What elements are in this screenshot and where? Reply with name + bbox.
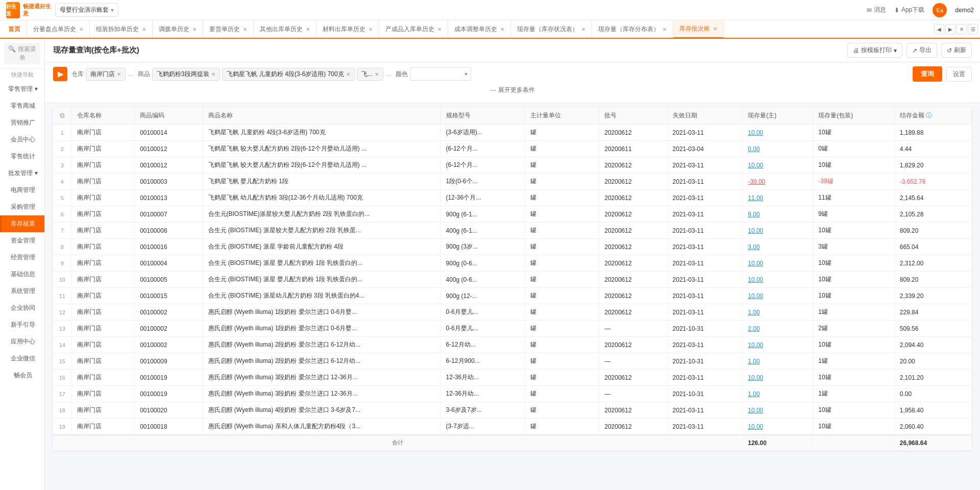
app-download-button[interactable]: ⬇ App下载 <box>894 6 924 14</box>
row-qty-main[interactable]: 3.00 <box>743 239 813 255</box>
close-icon[interactable]: ✕ <box>663 27 667 32</box>
tab-diaobo[interactable]: 调拨单历史 ✕ <box>153 20 203 38</box>
template-print-button[interactable]: 🖨 按模板打印 ▾ <box>847 43 902 58</box>
close-icon[interactable]: ✕ <box>306 27 310 32</box>
row-code: 00100016 <box>135 239 203 255</box>
col-setting[interactable]: ⚙ <box>53 107 71 125</box>
row-qty-main[interactable]: 10.00 <box>743 223 813 239</box>
sidebar-item-inventory[interactable]: 库存核算 <box>0 215 44 232</box>
row-spec: 12-36月幼... <box>440 370 525 386</box>
tab-chenben[interactable]: 成本调整单历史 ✕ <box>448 20 511 38</box>
gear-icon[interactable]: ⚙ <box>59 112 65 119</box>
remove-product1-icon[interactable]: ✕ <box>211 71 215 77</box>
close-icon[interactable]: ✕ <box>192 27 197 32</box>
row-qty-main[interactable]: 10.00 <box>743 125 813 141</box>
row-qty-main[interactable]: 11.00 <box>743 190 813 206</box>
sidebar-item-marketing[interactable]: 营销推广 <box>0 114 44 131</box>
refresh-button[interactable]: ↺ 刷新 <box>941 43 972 58</box>
row-qty-main[interactable]: 10.00 <box>743 157 813 174</box>
sidebar-item-purchase[interactable]: 采购管理 <box>0 199 44 215</box>
tab-xiancunzhuang[interactable]: 现存量（库存状况表） ✕ <box>511 20 592 38</box>
row-qty-main[interactable]: 1.00 <box>743 304 813 321</box>
tab-qitachu[interactable]: 其他出库单历史 ✕ <box>254 20 316 38</box>
export-button[interactable]: ↗ 导出 <box>906 43 937 58</box>
product-tag-2[interactable]: 飞鹤星飞帆 儿童奶粉 4段(3-6岁适用) 700克 ✕ <box>222 68 355 81</box>
sidebar-item-retail-stat[interactable]: 零售统计 <box>0 148 44 165</box>
remove-product2-icon[interactable]: ✕ <box>346 71 350 77</box>
message-button[interactable]: ✉ 消息 <box>867 6 886 14</box>
remove-product-more-icon[interactable]: ✕ <box>375 71 379 77</box>
close-icon[interactable]: ✕ <box>581 27 585 32</box>
row-qty-main[interactable]: 9.00 <box>743 206 813 223</box>
tab-next-button[interactable]: ▶ <box>945 24 955 34</box>
row-qty-main[interactable]: 10.00 <box>743 255 813 272</box>
row-qty-pack: 10罐 <box>813 337 895 353</box>
row-qty-main[interactable]: 10.00 <box>743 272 813 288</box>
product-more[interactable]: … <box>385 70 391 78</box>
close-icon[interactable]: ✕ <box>369 27 373 32</box>
sidebar-item-finance[interactable]: 资金管理 <box>0 232 44 249</box>
row-qty-main[interactable]: 10.00 <box>743 288 813 304</box>
close-icon[interactable]: ✕ <box>142 27 146 32</box>
row-qty-main[interactable]: 0.00 <box>743 141 813 157</box>
expand-more-button[interactable]: ⋯ 展开更多条件 <box>488 84 537 96</box>
sidebar-item-apps[interactable]: 应用中心 <box>0 333 44 350</box>
sidebar-search-area[interactable]: 🔍 搜索菜单 <box>0 39 44 69</box>
sidebar-item-changhuiyuan[interactable]: 畅会员 <box>0 367 44 384</box>
tab-fenpan[interactable]: 分量盘点单历史 ✕ <box>27 20 90 38</box>
product-tag-more[interactable]: 飞... ✕ <box>357 68 383 81</box>
tab-yaohuo[interactable]: 要货单历史 ✕ <box>203 20 254 38</box>
filter-expand-button[interactable]: ▶ <box>53 67 67 81</box>
row-idx: 14 <box>53 337 71 353</box>
tab-close-button[interactable]: ✕ <box>957 24 967 34</box>
close-icon[interactable]: ✕ <box>500 27 504 32</box>
row-name: 合生元 (BIOSTIME) 派星 学龄前儿童配方奶粉 4段 <box>203 239 440 255</box>
warehouse-tag[interactable]: 南岸门店 ✕ <box>86 68 126 81</box>
tab-prev-button[interactable]: ◀ <box>934 24 944 34</box>
row-qty-main[interactable]: 10.00 <box>743 370 813 386</box>
row-qty-main[interactable]: 10.00 <box>743 337 813 353</box>
user-name[interactable]: demo2 <box>955 7 974 14</box>
color-dropdown[interactable]: ▾ <box>410 67 471 81</box>
sidebar-item-system[interactable]: 系统管理 <box>0 283 44 300</box>
quick-nav-label[interactable]: 快捷导航 <box>0 69 44 81</box>
row-qty-main[interactable]: 1.00 <box>743 386 813 402</box>
settings-button[interactable]: 设置 <box>946 67 972 82</box>
tab-cailiaochu[interactable]: 材料出库单历史 ✕ <box>316 20 379 38</box>
tab-home[interactable]: 首页 <box>2 20 27 38</box>
row-qty-main[interactable]: -39.00 <box>743 174 813 190</box>
remove-warehouse-icon[interactable]: ✕ <box>117 71 121 77</box>
sidebar-item-retail-mall[interactable]: 零售商城 <box>0 97 44 114</box>
close-icon[interactable]: ✕ <box>243 27 247 32</box>
close-icon[interactable]: ✕ <box>437 27 442 32</box>
tab-xiancunfen[interactable]: 现存量（库存分布表） ✕ <box>592 20 673 38</box>
sidebar-item-operation[interactable]: 经营管理 <box>0 249 44 266</box>
query-button[interactable]: 查询 <box>913 66 942 82</box>
sidebar-item-corp[interactable]: 企业协同 <box>0 300 44 316</box>
sidebar-item-member[interactable]: 会员中心 <box>0 131 44 148</box>
row-qty-main[interactable]: 10.00 <box>743 402 813 419</box>
sidebar-item-guide[interactable]: 新手引导 <box>0 316 44 333</box>
tab-kucunpici[interactable]: 库存批次账 ✕ <box>673 20 724 38</box>
sidebar-item-wechat[interactable]: 企业微信 <box>0 350 44 367</box>
tab-menu-button[interactable]: ☰ <box>968 24 978 34</box>
avatar: Ea <box>933 3 947 17</box>
sidebar-item-ecommerce[interactable]: 电商管理 <box>0 182 44 199</box>
close-icon[interactable]: ✕ <box>713 26 717 32</box>
tab-chengpinru[interactable]: 产成品入库单历史 ✕ <box>379 20 448 38</box>
search-menu-button[interactable]: 🔍 搜索菜单 <box>4 43 40 64</box>
sidebar-item-basic[interactable]: 基础信息 <box>0 266 44 283</box>
data-table: ⚙ 仓库名称 商品编码 商品名称 规格型号 主计量单位 批号 失效日期 现存量(… <box>53 107 972 451</box>
sidebar-item-wholesale[interactable]: 批发管理 ▾ <box>0 165 44 182</box>
product-tag-1[interactable]: 飞鹤奶粉3段两提装 ✕ <box>152 68 220 81</box>
sidebar-item-retail[interactable]: 零售管理 ▾ <box>0 81 44 97</box>
org-selector[interactable]: 母婴行业演示账套 ▾ <box>55 3 118 17</box>
row-warehouse: 南岸门店 <box>71 141 135 157</box>
row-name: 飞鹤星飞帆 儿童奶粉 4段(3-6岁适用) 700克 <box>203 125 440 141</box>
row-qty-main[interactable]: 1.00 <box>743 353 813 370</box>
row-qty-main[interactable]: 2.00 <box>743 321 813 337</box>
close-icon[interactable]: ✕ <box>79 27 83 32</box>
warehouse-more[interactable]: … <box>128 70 134 78</box>
tab-zuzhuang[interactable]: 组装拆卸单历史 ✕ <box>90 20 153 38</box>
row-qty-main[interactable]: 10.00 <box>743 419 813 435</box>
